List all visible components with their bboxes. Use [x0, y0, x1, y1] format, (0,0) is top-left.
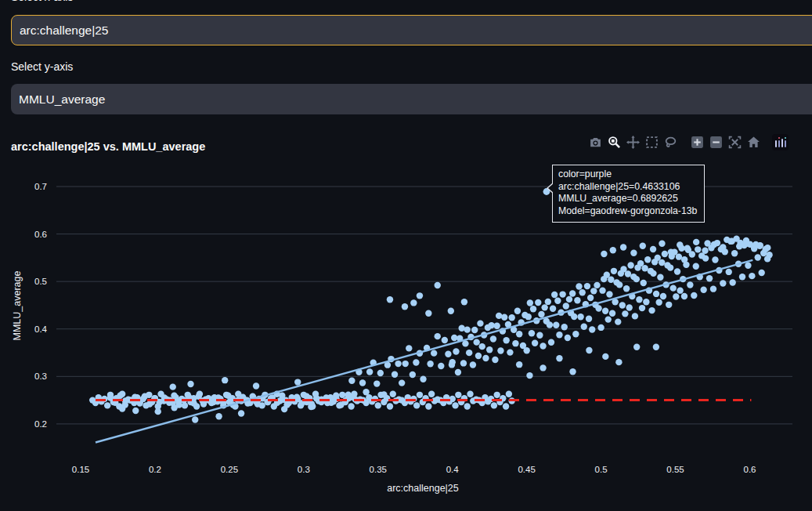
data-point[interactable] [633, 276, 640, 282]
data-point[interactable] [653, 291, 659, 297]
pan-tool-button[interactable] [623, 132, 642, 151]
data-point[interactable] [648, 307, 655, 313]
data-point[interactable] [636, 296, 642, 303]
data-point[interactable] [453, 348, 459, 354]
data-point[interactable] [726, 269, 732, 275]
data-point[interactable] [425, 310, 431, 317]
data-point[interactable] [413, 402, 420, 408]
data-point[interactable] [702, 248, 708, 254]
data-point[interactable] [702, 255, 709, 261]
data-point[interactable] [345, 391, 352, 397]
data-point[interactable] [508, 314, 514, 321]
data-point[interactable] [431, 350, 437, 356]
data-point[interactable] [435, 333, 441, 339]
data-point[interactable] [417, 292, 423, 299]
data-point[interactable] [525, 313, 532, 320]
data-point[interactable] [435, 282, 441, 288]
data-point[interactable] [541, 304, 547, 310]
data-point[interactable] [545, 299, 551, 305]
data-point[interactable] [387, 403, 393, 409]
data-point[interactable] [514, 308, 521, 314]
data-point[interactable] [538, 311, 544, 317]
data-point[interactable] [605, 316, 612, 322]
data-point[interactable] [566, 296, 572, 303]
data-point[interactable] [574, 297, 580, 303]
data-point[interactable] [399, 379, 405, 386]
data-point[interactable] [308, 404, 314, 410]
data-point[interactable] [689, 251, 695, 257]
data-point[interactable] [601, 251, 607, 257]
data-point[interactable] [572, 331, 579, 337]
data-point[interactable] [569, 368, 576, 375]
data-point[interactable] [467, 391, 473, 397]
data-point[interactable] [668, 248, 674, 255]
data-point[interactable] [473, 339, 479, 345]
data-point[interactable] [711, 241, 717, 248]
data-point[interactable] [554, 298, 561, 304]
data-point[interactable] [653, 344, 659, 350]
data-point[interactable] [225, 393, 231, 399]
data-point[interactable] [535, 299, 541, 306]
data-point[interactable] [254, 400, 261, 407]
data-point[interactable] [643, 299, 649, 305]
data-point[interactable] [587, 295, 594, 301]
data-point[interactable] [659, 240, 665, 246]
data-point[interactable] [281, 406, 287, 412]
data-point[interactable] [507, 349, 513, 355]
x-axis-select[interactable]: arc:challenge|25 [11, 15, 812, 45]
data-point[interactable] [458, 325, 464, 332]
data-point[interactable] [615, 359, 622, 365]
data-point[interactable] [428, 391, 435, 397]
data-point[interactable] [452, 402, 458, 408]
data-point[interactable] [392, 371, 398, 378]
data-point[interactable] [659, 259, 665, 266]
data-point[interactable] [633, 344, 640, 350]
data-point[interactable] [448, 308, 454, 314]
data-point[interactable] [493, 392, 500, 398]
data-point[interactable] [626, 304, 632, 310]
data-point[interactable] [577, 313, 583, 320]
data-point[interactable] [427, 361, 433, 367]
data-point[interactable] [470, 361, 476, 368]
data-point[interactable] [662, 251, 668, 257]
data-point[interactable] [363, 389, 369, 395]
y-axis-select[interactable]: MMLU_average [11, 84, 812, 114]
data-point[interactable] [530, 306, 536, 312]
data-point[interactable] [739, 274, 745, 280]
data-point[interactable] [482, 355, 489, 361]
data-point[interactable] [333, 393, 339, 399]
data-point[interactable] [584, 283, 590, 289]
data-point[interactable] [359, 379, 366, 386]
zoom-out-button[interactable] [706, 132, 725, 151]
data-point[interactable] [200, 400, 207, 407]
data-point[interactable] [215, 413, 222, 419]
data-point[interactable] [142, 393, 148, 400]
data-point[interactable] [222, 377, 228, 383]
data-point[interactable] [455, 392, 461, 398]
data-point[interactable] [496, 313, 502, 319]
box-select-button[interactable] [642, 132, 661, 151]
data-point[interactable] [491, 402, 497, 408]
data-point[interactable] [503, 337, 509, 343]
data-point[interactable] [720, 280, 726, 286]
data-point[interactable] [619, 302, 626, 308]
data-point[interactable] [192, 416, 198, 422]
data-point[interactable] [758, 270, 764, 276]
data-point[interactable] [693, 263, 699, 270]
data-point[interactable] [744, 240, 750, 246]
data-point[interactable] [556, 355, 562, 361]
data-point[interactable] [676, 253, 682, 259]
data-point[interactable] [641, 280, 647, 286]
data-point[interactable] [132, 408, 139, 414]
data-point[interactable] [706, 275, 713, 281]
data-point[interactable] [348, 378, 355, 384]
data-point[interactable] [527, 299, 533, 306]
data-point[interactable] [673, 293, 679, 299]
data-point[interactable] [565, 335, 571, 341]
data-point[interactable] [700, 287, 706, 293]
data-point[interactable] [736, 243, 742, 249]
data-point[interactable] [611, 268, 617, 274]
data-point[interactable] [691, 292, 697, 299]
data-point[interactable] [449, 359, 456, 365]
data-point[interactable] [475, 353, 482, 359]
